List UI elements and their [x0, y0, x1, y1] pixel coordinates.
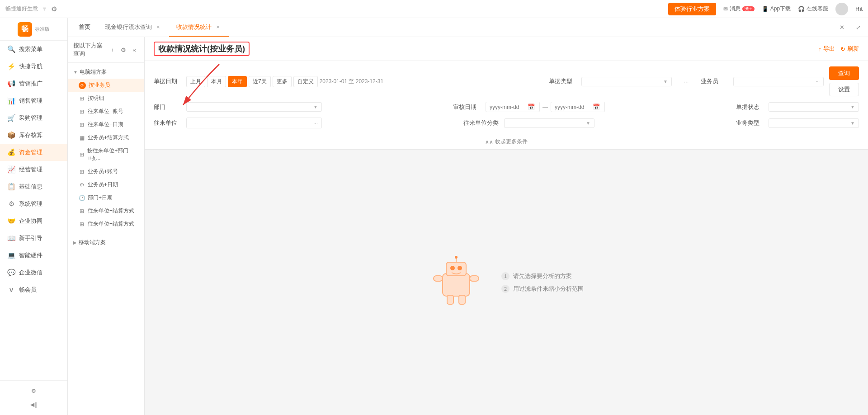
collapse-bar[interactable]: ∧∧ 收起更多条件: [145, 134, 868, 150]
tab-home[interactable]: 首页: [71, 18, 98, 37]
scheme-item-unit-settle1[interactable]: ⊞ 往来单位+结算方式: [68, 204, 144, 217]
dept-select[interactable]: ▼: [186, 102, 322, 112]
sidebar-item-hardware[interactable]: 💻 智能硬件: [0, 247, 67, 264]
hardware-icon: 💻: [7, 251, 15, 259]
scheme-group-mobile-title[interactable]: ▶ 移动端方案: [68, 236, 144, 249]
tab-bank-flow[interactable]: 现金银行流水查询 ×: [98, 18, 169, 37]
page-title-bar: 收款情况统计(按业务员) ↑ 导出 ↻ 刷新: [145, 37, 868, 61]
scheme-item-staff-payment[interactable]: ▦ 业务员+结算方式: [68, 131, 144, 144]
app-download[interactable]: 📱 App下载: [762, 5, 791, 13]
date-label: 单据日期: [154, 77, 181, 85]
avatar[interactable]: [835, 3, 848, 15]
collapse-up-icon: ∧∧: [485, 139, 493, 145]
sidebar-item-wechat[interactable]: 💬 企业微信: [0, 264, 67, 281]
scheme-add-btn[interactable]: +: [108, 45, 117, 54]
voucher-status-chevron: ▼: [850, 104, 855, 109]
sidebar-item-system[interactable]: ⚙ 系统管理: [0, 195, 67, 212]
query-button[interactable]: 查询: [829, 66, 859, 80]
sidebar-item-marketing[interactable]: 📢 营销推广: [0, 75, 67, 92]
message-label: 消息: [730, 5, 741, 13]
sidebar-item-sales[interactable]: 📊 销售管理: [0, 92, 67, 109]
sidebar-label-system: 系统管理: [19, 200, 42, 208]
trial-button[interactable]: 体验行业方案: [668, 3, 716, 15]
sidebar-item-basic[interactable]: 📋 基础信息: [0, 178, 67, 195]
refresh-btn[interactable]: ↻ 刷新: [840, 45, 859, 53]
message-action[interactable]: ✉ 消息 99+: [723, 5, 755, 13]
phone-icon: 📱: [762, 6, 769, 12]
voucher-type-select[interactable]: ▼: [581, 77, 672, 86]
review-date-start[interactable]: 📅: [486, 102, 540, 112]
date-btn-this-year[interactable]: 本年: [228, 76, 247, 87]
review-date-end[interactable]: 📅: [551, 102, 605, 112]
page-content-wrapper: 按以下方案查询 + ⚙ « ▼ 电脑端方案 ⟳: [68, 37, 868, 415]
calendar-icon-start: 📅: [528, 104, 535, 110]
scheme-item-unit-settle2[interactable]: ⊞ 往来单位+结算方式: [68, 217, 144, 231]
tab-receipt-stats-close[interactable]: ×: [214, 24, 222, 31]
scheme-item-by-staff[interactable]: ⟳ 按业务员: [68, 79, 144, 92]
date-btn-7days[interactable]: 近7天: [249, 76, 271, 87]
sidebar-item-operations[interactable]: 📈 经营管理: [0, 161, 67, 178]
counterpart-category-select[interactable]: ▼: [504, 118, 594, 128]
svg-point-2: [450, 266, 455, 270]
tab-maximize-btn[interactable]: ⤢: [852, 21, 864, 34]
sidebar: 畅 标准版 🔍 搜索菜单 ⚡ 快捷导航 📢 营销推广 📊 销售管理 🛒 采购管理…: [0, 18, 68, 415]
sidebar-item-inventory[interactable]: 📦 库存核算: [0, 127, 67, 144]
svg-rect-4: [434, 276, 443, 281]
right-content: 收款情况统计(按业务员) ↑ 导出 ↻ 刷新: [145, 37, 868, 415]
counterpart-dots[interactable]: ···: [313, 120, 318, 126]
scheme-icon-staff-account: ⊞: [79, 169, 85, 175]
voucher-status-select[interactable]: ▼: [769, 102, 859, 112]
settings-button[interactable]: 设置: [829, 83, 859, 96]
scheme-item-unit-dept[interactable]: ⊞ 按往来单位+部门+收...: [68, 144, 144, 165]
sidebar-settings-btn[interactable]: ⚙: [0, 384, 67, 398]
review-date-end-input[interactable]: [555, 104, 591, 110]
scheme-header: 按以下方案查询 + ⚙ «: [68, 37, 144, 63]
scheme-header-title: 按以下方案查询: [73, 42, 108, 58]
business-type-chevron: ▼: [850, 121, 855, 126]
tab-bank-flow-close[interactable]: ×: [155, 24, 162, 31]
scheme-item-unit-date[interactable]: ⊞ 往来单位+日期: [68, 118, 144, 131]
review-date-start-input[interactable]: [490, 104, 526, 110]
scheme-group-pc-title[interactable]: ▼ 电脑端方案: [68, 66, 144, 79]
sidebar-label-inventory: 库存核算: [19, 131, 42, 139]
scheme-item-dept-date[interactable]: 🕐 部门+日期: [68, 191, 144, 204]
scheme-item-staff-date[interactable]: ⚙ 业务员+日期: [68, 178, 144, 191]
tab-bar-right: ✕ ⤢: [835, 21, 864, 34]
scheme-collapse-btn[interactable]: «: [130, 45, 139, 54]
settings-icon[interactable]: ⚙: [51, 5, 57, 13]
search-icon: 🔍: [7, 45, 15, 53]
sidebar-item-finance[interactable]: 💰 资金管理: [0, 144, 67, 161]
date-btn-this-month[interactable]: 本月: [207, 76, 226, 87]
sidebar-item-purchase[interactable]: 🛒 采购管理: [0, 109, 67, 127]
scheme-item-detail[interactable]: ⊞ 按明细: [68, 92, 144, 105]
scheme-icon-unit-account: ⊞: [79, 108, 85, 115]
tip-number-1: 1: [501, 272, 509, 280]
sidebar-collapse-btn[interactable]: ◀‖: [0, 398, 67, 411]
sidebar-item-search[interactable]: 🔍 搜索菜单: [0, 41, 67, 58]
business-type-select[interactable]: ▼: [769, 118, 859, 128]
sidebar-item-collab[interactable]: 🤝 企业协同: [0, 212, 67, 230]
sidebar-item-member[interactable]: V 畅会员: [0, 281, 67, 298]
sidebar-item-guide[interactable]: 📖 新手引导: [0, 230, 67, 247]
date-btn-more[interactable]: 更多: [273, 76, 292, 87]
dept-label: 部门: [154, 103, 181, 111]
tab-receipt-stats[interactable]: 收款情况统计 ×: [169, 18, 229, 37]
sidebar-label-operations: 经营管理: [19, 165, 42, 174]
staff-select[interactable]: ···: [733, 77, 824, 86]
staff-filter-dots[interactable]: ···: [677, 78, 695, 85]
scheme-settings-btn[interactable]: ⚙: [119, 45, 128, 54]
date-btn-last-month[interactable]: 上月: [186, 76, 205, 87]
sidebar-item-quick[interactable]: ⚡ 快捷导航: [0, 58, 67, 75]
counterpart-select[interactable]: ···: [186, 118, 322, 128]
export-btn[interactable]: ↑ 导出: [819, 45, 835, 53]
sales-icon: 📊: [7, 97, 15, 105]
scheme-item-staff-account-label: 业务员+账号: [88, 168, 118, 175]
date-btn-custom[interactable]: 自定义: [293, 76, 318, 87]
tab-close-all-btn[interactable]: ✕: [835, 21, 848, 34]
scheme-item-unit-account[interactable]: ⊞ 往来单位+账号: [68, 105, 144, 118]
collab-icon: 🤝: [7, 217, 15, 225]
scheme-item-staff-account[interactable]: ⊞ 业务员+账号: [68, 165, 144, 178]
scheme-item-dept-date-label: 部门+日期: [88, 194, 113, 202]
online-service[interactable]: 🎧 在线客服: [798, 5, 828, 13]
voucher-type-chevron: ▼: [663, 79, 668, 84]
